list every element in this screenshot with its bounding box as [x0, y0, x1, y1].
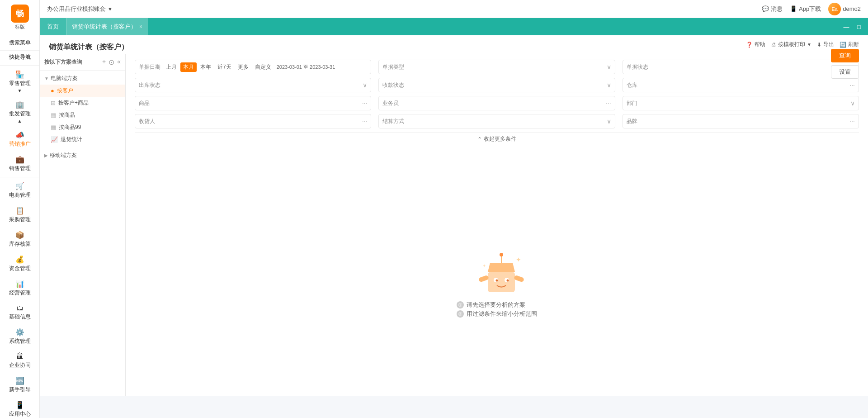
export-btn[interactable]: ⬇ 导出: [817, 41, 834, 48]
sidebar-item-wholesale[interactable]: 🏢 批发管理 ▲: [0, 97, 39, 127]
receive-status-dropdown[interactable]: ∨: [607, 81, 611, 89]
scheme-edit-icon[interactable]: ⊙: [108, 58, 114, 66]
help-btn[interactable]: ❓ 帮助: [746, 41, 765, 48]
date-tab-this-year[interactable]: 本年: [198, 62, 214, 72]
avatar: Ea: [828, 3, 841, 15]
tab-report[interactable]: 销货单统计表（按客户） ×: [66, 18, 148, 35]
ship-status-dropdown[interactable]: ∨: [363, 81, 367, 89]
query-btn[interactable]: 查询: [831, 49, 859, 62]
ship-status-filter[interactable]: 出库状态 ∨: [135, 78, 371, 92]
settings-btn[interactable]: 设置: [831, 65, 859, 79]
user-menu[interactable]: Ea demo2: [828, 3, 861, 15]
svg-point-4: [496, 280, 498, 282]
date-tab-last-month[interactable]: 上月: [163, 62, 179, 72]
enterprise-icon: 🏛: [16, 352, 24, 361]
template-print-btn[interactable]: 🖨 按模板打印 ▼: [771, 41, 811, 48]
company-selector[interactable]: 办公用品行业模拟账套 ▼: [47, 5, 113, 13]
app-download-btn[interactable]: 📱 App下载: [790, 5, 821, 13]
date-filter-label: 单据日期: [139, 63, 160, 71]
order-status-filter[interactable]: 单据状态 ∨: [623, 60, 859, 74]
date-tab-more[interactable]: 更多: [235, 62, 251, 72]
empty-state: ✦ ✦ ① 请先选择要分析的方案 ② 用过滤条件来缩小分析范围: [126, 172, 868, 396]
main-area: 办公用品行业模拟账套 ▼ 💬 消息 📱 App下载 Ea demo2 首页: [40, 0, 868, 418]
goods-icon: ▦: [51, 112, 56, 119]
tab-close-btn[interactable]: ×: [139, 24, 142, 30]
sidebar-item-ecommerce[interactable]: 🛒 电商管理: [0, 178, 39, 203]
sidebar-item-marketing[interactable]: 📣 营销推广: [0, 127, 39, 152]
tab-home[interactable]: 首页: [40, 18, 66, 35]
sidebar-item-newuser[interactable]: 🆕 新手引导: [0, 373, 39, 397]
sidebar-item-enterprise[interactable]: 🏛 企业协同: [0, 349, 39, 373]
sidebar-item-retail[interactable]: 🏪 零售管理 ▼: [0, 66, 39, 97]
export-icon: ⬇: [817, 42, 821, 48]
sidebar-search[interactable]: 搜索菜单: [0, 35, 39, 51]
message-btn[interactable]: 💬 消息: [762, 5, 783, 13]
empty-tip-1: ① 请先选择要分析的方案: [457, 301, 537, 309]
collapse-btn[interactable]: ⌃ 收起更多条件: [135, 132, 859, 146]
svg-marker-1: [488, 263, 515, 272]
settlement-filter[interactable]: 结算方式 ∨: [378, 114, 615, 128]
empty-svg: ✦ ✦: [474, 249, 528, 299]
scheme-item-return[interactable]: 📈 退货统计: [40, 133, 125, 146]
scheme-item-goods[interactable]: ▦ 按商品: [40, 109, 125, 121]
tab-bar: 首页 销货单统计表（按客户） × — □: [40, 18, 868, 35]
app-logo: 畅 标版: [0, 0, 39, 35]
settlement-dropdown[interactable]: ∨: [607, 118, 611, 125]
scheme-group-mobile-title[interactable]: ▶ 移动端方案: [40, 149, 125, 162]
sidebar: 畅 标版 搜索菜单 快捷导航 🏪 零售管理 ▼ 🏢 批发管理 ▲ 📣 营销推广 …: [0, 0, 40, 418]
system-icon: ⚙️: [15, 328, 24, 337]
receive-status-filter[interactable]: 收款状态 ∨: [378, 78, 615, 92]
group-arrow-icon: ▼: [44, 76, 49, 81]
header-right: 💬 消息 📱 App下载 Ea demo2: [762, 3, 861, 15]
filter-area: 单据日期 上月 本月 本年 近7天 更多 自定义 2023-03-01 至 20…: [126, 54, 868, 172]
department-dropdown[interactable]: ∨: [850, 100, 855, 107]
svg-text:✦: ✦: [482, 263, 486, 268]
scheme-icons: + ⊙ «: [102, 58, 121, 66]
sidebar-item-appcenter[interactable]: 📱 应用中心: [0, 397, 39, 418]
sidebar-item-sales[interactable]: 💼 销售管理: [0, 152, 39, 176]
group-arrow-mobile-icon: ▶: [44, 153, 48, 158]
scheme-item-customer-goods[interactable]: ⊞ 按客户+商品: [40, 97, 125, 109]
refresh-btn[interactable]: 🔄 刷新: [840, 41, 859, 48]
receiver-more[interactable]: ···: [362, 118, 368, 125]
scheme-item-goods99[interactable]: ▦ 按商品99: [40, 121, 125, 133]
tab-minimize-btn[interactable]: —: [841, 21, 852, 32]
scheme-collapse-icon[interactable]: «: [117, 58, 121, 66]
salesman-filter[interactable]: 业务员 ···: [378, 96, 615, 110]
newuser-icon: 🆕: [15, 376, 24, 385]
brand-more[interactable]: ···: [849, 118, 855, 125]
sidebar-item-inventory[interactable]: 📦 库存核算: [0, 227, 39, 252]
sidebar-item-system[interactable]: ⚙️ 系统管理: [0, 324, 39, 349]
goods-filter[interactable]: 商品 ···: [135, 96, 371, 110]
sidebar-item-basic[interactable]: 🗂 基础信息: [0, 300, 39, 324]
divider1: [0, 65, 39, 66]
scheme-add-icon[interactable]: +: [102, 58, 106, 66]
sidebar-item-purchase[interactable]: 📋 采购管理: [0, 203, 39, 227]
salesman-more[interactable]: ···: [606, 100, 611, 107]
department-filter[interactable]: 部门 ∨: [623, 96, 859, 110]
order-type-filter[interactable]: 单据类型 ∨: [378, 60, 615, 74]
date-tab-custom[interactable]: 自定义: [252, 62, 274, 72]
goods-more[interactable]: ···: [362, 100, 368, 107]
tab-maximize-btn[interactable]: □: [854, 21, 864, 32]
message-icon: 💬: [762, 5, 769, 12]
sidebar-nav[interactable]: 快捷导航: [0, 51, 39, 64]
order-status-label: 单据状态: [627, 63, 648, 71]
sidebar-item-finance[interactable]: 💰 资金管理: [0, 252, 39, 276]
date-tab-7days[interactable]: 近7天: [215, 62, 234, 72]
content-area: 按以下方案查询 + ⊙ « ▼ 电脑端方案 ● 按客户: [40, 54, 868, 396]
wholesale-icon: 🏢: [15, 100, 24, 109]
date-tab-this-month[interactable]: 本月: [180, 62, 197, 72]
order-type-dropdown[interactable]: ∨: [607, 63, 611, 71]
brand-filter[interactable]: 品牌 ···: [623, 114, 859, 128]
department-label: 部门: [627, 100, 646, 107]
warehouse-filter[interactable]: 仓库 ···: [623, 78, 859, 92]
scheme-group-mobile: ▶ 移动端方案: [40, 147, 125, 163]
scheme-item-by-customer[interactable]: ● 按客户: [40, 85, 125, 97]
app-download-label: App下载: [799, 5, 821, 13]
receiver-filter[interactable]: 收货人 ···: [135, 114, 371, 128]
scheme-group-desktop-title[interactable]: ▼ 电脑端方案: [40, 72, 125, 85]
print-dropdown-icon: ▼: [807, 42, 811, 47]
warehouse-more[interactable]: ···: [849, 81, 855, 89]
sidebar-item-operations[interactable]: 📊 经营管理: [0, 276, 39, 300]
